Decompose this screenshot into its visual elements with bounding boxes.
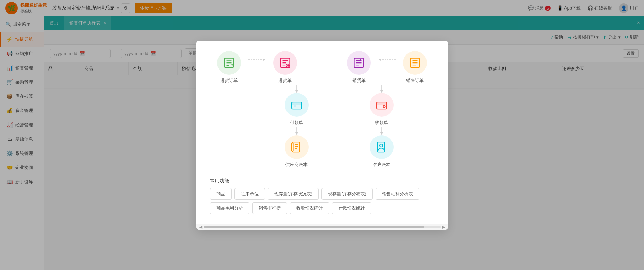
flow-node-purchase[interactable]: 进货单 [266,51,304,84]
modal-overlay[interactable]: 进货订单 进货单 [0,0,644,270]
svg-rect-20 [293,142,300,152]
scrollbar-track[interactable] [204,226,441,228]
spacer3 [319,84,360,93]
cf-btn-stock-dist[interactable]: 现存量(库存分布表) [321,188,373,200]
cf-btn-contacts[interactable]: 往来单位 [234,188,265,200]
flow-row-4 [210,126,434,135]
svg-marker-17 [295,132,298,135]
spacer2 [254,84,275,93]
supplier-ledger-label: 供应商账本 [285,162,308,168]
svg-point-15 [383,105,385,107]
flow-node-supplier-ledger[interactable]: 供应商账本 [275,135,319,168]
payment-in-label: 收款单 [375,120,388,126]
svg-marker-10 [295,90,298,93]
svg-marker-2 [263,58,265,61]
svg-rect-13 [292,102,302,109]
svg-marker-12 [380,90,383,93]
cf-btn-payment-stats[interactable]: 付款情况统计 [332,202,371,214]
flow-row-2 [210,84,434,93]
flow-diagram: 进货订单 进货单 [210,51,434,168]
flow-row-3: 付款单 收款单 [210,93,434,126]
cf-btn-stock-status[interactable]: 现存量(库存状况表) [268,188,319,200]
spacer9 [319,126,360,135]
cf-buttons: 商品 往来单位 现存量(库存状况表) 现存量(库存分布表) 销售毛利分析表 商品… [210,188,434,214]
sale-order-label: 销售订单 [406,77,424,84]
cf-btn-sales-rank[interactable]: 销售排行榜 [252,202,287,214]
scrollbar-thumb[interactable] [204,226,424,228]
flow-row-1: 进货订单 进货单 [210,51,434,84]
purchase-circle[interactable] [273,51,297,75]
flow-node-customer-ledger[interactable]: 客户账本 [360,135,404,168]
payment-out-circle[interactable] [285,93,309,117]
modal-content: 进货订单 进货单 [196,41,448,224]
sale-circle[interactable] [347,51,371,75]
arrow-so-to-s [378,58,396,62]
spacer8 [254,126,275,135]
sale-label: 销货单 [352,77,366,84]
cf-btn-product-margin[interactable]: 商品毛利分析 [210,202,249,214]
cf-btn-product[interactable]: 商品 [210,188,232,200]
purchase-order-label: 进货订单 [220,77,238,84]
purchase-label: 进货单 [278,77,292,84]
svg-marker-7 [379,58,381,61]
common-functions: 常用功能 商品 往来单位 现存量(库存状况表) 现存量(库存分布表) 销售毛利分… [210,178,434,214]
svg-point-23 [380,144,383,147]
cf-btn-receipt-stats[interactable]: 收款情况统计 [290,202,329,214]
flow-row-5: 供应商账本 客户账本 [210,135,434,168]
flow-node-sale-order[interactable]: 销售订单 [396,51,434,84]
flow-node-sale[interactable]: 销货单 [340,51,378,84]
sale-order-circle[interactable] [403,51,427,75]
svg-rect-21 [292,143,293,151]
customer-ledger-label: 客户账本 [373,162,390,168]
arrow-down-payment-in [360,126,404,135]
modal: 进货订单 进货单 [196,41,448,230]
scrollbar-right-arrow[interactable]: ▶ [441,224,447,229]
flow-node-payment-out[interactable]: 付款单 [275,93,319,126]
scrollbar-left-arrow[interactable]: ◀ [198,224,204,229]
spacer7 [210,126,254,135]
payment-in-circle[interactable] [370,93,394,117]
arrow-down-payment-out [275,126,319,135]
cf-title: 常用功能 [210,178,434,184]
arrow-down-sale [360,84,404,93]
modal-scrollbar: ◀ ▶ [196,224,448,230]
supplier-ledger-circle[interactable] [285,135,309,159]
spacer1 [210,84,254,93]
arrow-po-to-p [248,58,266,62]
customer-ledger-circle[interactable] [370,135,394,159]
cf-btn-sales-margin[interactable]: 销售毛利分析表 [376,188,419,200]
arrow-down-purchase [275,84,319,93]
svg-rect-14 [377,102,387,109]
purchase-order-circle[interactable] [217,51,241,75]
payment-out-label: 付款单 [290,120,303,126]
flow-node-payment-in[interactable]: 收款单 [360,93,404,126]
svg-marker-19 [380,132,383,135]
flow-node-purchase-order[interactable]: 进货订单 [210,51,248,84]
